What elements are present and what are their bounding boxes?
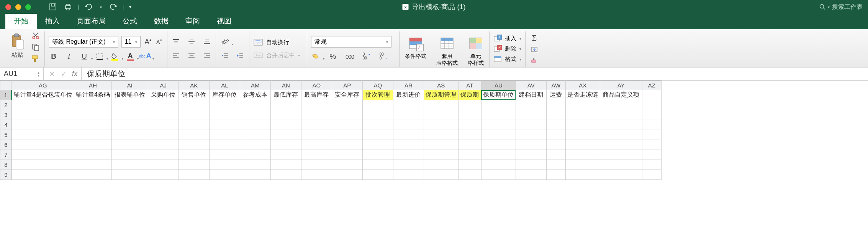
cell[interactable] — [458, 120, 481, 130]
orientation-button[interactable]: ab — [220, 38, 230, 46]
cell[interactable] — [332, 120, 362, 130]
align-right-button[interactable] — [202, 51, 212, 60]
cell[interactable]: 是否走冻链 — [565, 90, 600, 100]
cell[interactable] — [270, 150, 301, 160]
spreadsheet-grid[interactable]: AGAHAIAJAKALAMANAOAPAQARASATAUAVAWAXAYAZ… — [0, 81, 868, 180]
cell[interactable] — [424, 110, 458, 120]
enter-formula-icon[interactable]: ✓ — [61, 70, 67, 78]
cell[interactable] — [481, 160, 516, 170]
cell[interactable] — [600, 150, 642, 160]
cell[interactable] — [516, 160, 546, 170]
cell[interactable] — [362, 140, 393, 150]
cell[interactable] — [179, 130, 209, 140]
cell[interactable] — [12, 100, 74, 110]
cell[interactable] — [179, 100, 209, 110]
col-header-AJ[interactable]: AJ — [148, 81, 179, 90]
cell[interactable]: 保质期管理 — [424, 90, 458, 100]
col-header-AR[interactable]: AR — [393, 81, 424, 90]
cell[interactable]: 报表辅单位 — [111, 90, 148, 100]
cell[interactable] — [209, 170, 240, 180]
formula-input[interactable]: 保质期单位 — [82, 69, 868, 79]
cell[interactable]: 最新进价 — [393, 90, 424, 100]
decrease-font-button[interactable]: A▾ — [155, 38, 163, 46]
align-left-button[interactable] — [171, 51, 181, 60]
col-header-AP[interactable]: AP — [332, 81, 362, 90]
cell[interactable] — [111, 120, 148, 130]
cell[interactable] — [565, 150, 600, 160]
cell[interactable] — [74, 120, 111, 130]
cell[interactable] — [424, 130, 458, 140]
cell[interactable] — [458, 130, 481, 140]
col-header-AG[interactable]: AG — [12, 81, 74, 90]
qat-customize-icon[interactable]: ▾ — [129, 4, 131, 10]
cell[interactable] — [74, 150, 111, 160]
cell[interactable] — [600, 120, 642, 130]
cell[interactable] — [546, 110, 565, 120]
cell[interactable] — [642, 160, 661, 170]
cell[interactable] — [516, 130, 546, 140]
cell[interactable]: 商品自定义项 — [600, 90, 642, 100]
cell[interactable] — [546, 120, 565, 130]
cell[interactable] — [74, 160, 111, 170]
cell[interactable] — [270, 130, 301, 140]
cell[interactable] — [458, 100, 481, 110]
cell[interactable] — [424, 170, 458, 180]
cell[interactable] — [481, 150, 516, 160]
cell[interactable] — [393, 170, 424, 180]
undo-icon[interactable] — [85, 3, 93, 11]
cell[interactable] — [301, 110, 332, 120]
cell[interactable] — [546, 130, 565, 140]
cell[interactable] — [74, 130, 111, 140]
wrap-text-button[interactable]: 自动换行 — [253, 38, 303, 46]
cell[interactable] — [111, 160, 148, 170]
cell[interactable] — [362, 170, 393, 180]
cell[interactable] — [209, 150, 240, 160]
cell[interactable] — [148, 150, 179, 160]
fx-icon[interactable]: fx — [72, 67, 82, 80]
name-box[interactable]: AU1 ▴▾ — [0, 67, 44, 80]
cell[interactable] — [565, 170, 600, 180]
cell[interactable] — [362, 110, 393, 120]
paste-button[interactable]: 粘贴 — [8, 31, 27, 61]
font-size-selector[interactable]: 11▾ — [121, 36, 141, 48]
cell[interactable] — [209, 100, 240, 110]
fill-button[interactable] — [529, 46, 539, 53]
tab-公式[interactable]: 公式 — [114, 13, 146, 29]
cell[interactable]: 辅计量4是否包装单位 — [12, 90, 74, 100]
cell[interactable] — [393, 110, 424, 120]
align-bottom-button[interactable] — [202, 38, 212, 46]
cell[interactable] — [565, 110, 600, 120]
cell[interactable] — [240, 110, 270, 120]
cut-button[interactable] — [31, 31, 41, 40]
cell[interactable] — [148, 160, 179, 170]
cell[interactable] — [642, 130, 661, 140]
cell[interactable] — [270, 140, 301, 150]
cell[interactable] — [600, 140, 642, 150]
cell[interactable] — [332, 110, 362, 120]
cell[interactable] — [179, 160, 209, 170]
cell[interactable] — [393, 160, 424, 170]
cell[interactable] — [458, 140, 481, 150]
increase-indent-button[interactable] — [235, 51, 245, 60]
col-header-AO[interactable]: AO — [301, 81, 332, 90]
cell[interactable] — [600, 100, 642, 110]
cell[interactable] — [424, 140, 458, 150]
cell[interactable]: 最低库存 — [270, 90, 301, 100]
cell[interactable] — [148, 170, 179, 180]
tab-插入[interactable]: 插入 — [37, 13, 68, 29]
cell[interactable] — [148, 120, 179, 130]
increase-decimal-button[interactable]: .0.00 — [362, 52, 372, 61]
font-color-button[interactable]: A — [125, 52, 135, 61]
cell[interactable] — [642, 150, 661, 160]
cell[interactable] — [270, 160, 301, 170]
cell[interactable] — [481, 120, 516, 130]
clear-button[interactable] — [529, 57, 539, 64]
cell[interactable] — [301, 170, 332, 180]
cell[interactable] — [301, 150, 332, 160]
cell[interactable] — [546, 170, 565, 180]
cell[interactable] — [148, 110, 179, 120]
print-icon[interactable] — [64, 3, 72, 11]
cell[interactable] — [600, 130, 642, 140]
cell[interactable] — [546, 160, 565, 170]
cell[interactable] — [424, 100, 458, 110]
